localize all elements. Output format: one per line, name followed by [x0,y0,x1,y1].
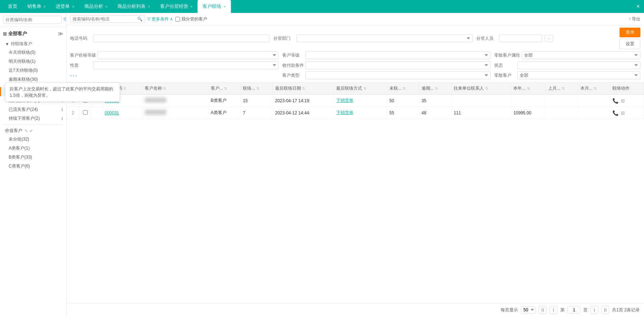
edit-icon[interactable]: ✎ [24,128,28,133]
nav-item-purchase[interactable]: 进货单 × [51,0,79,13]
nav-item-customer-tier[interactable]: 客户分层经营 × [155,0,198,13]
price-level-select[interactable] [97,51,279,59]
settings-button[interactable]: 设置 [620,39,640,49]
sort-last-date-icon[interactable]: ⇅ [302,86,305,90]
sidebar-fold-icon[interactable]: ≫ [58,31,63,37]
payment-select[interactable] [305,61,491,69]
total-records: 共1页 2条记录 [612,307,640,313]
phone-input[interactable] [93,34,270,42]
value-group-section[interactable]: 价值客户 ✎ ✔ [0,126,66,135]
filter-price-level: 客户价格等级 [70,51,279,59]
sidebar-item-class-a[interactable]: A类客户(1) [0,144,66,153]
next-page-button[interactable]: ⟩ [590,306,598,314]
row2-actions: 📞 ⊞ [610,107,644,119]
first-page-button[interactable]: ⟨⟨ [539,306,547,314]
sort-contact-icon[interactable]: ⇅ [256,86,259,90]
my-customers-checkbox[interactable] [175,17,180,22]
customer-level-select[interactable] [305,51,491,59]
sort-code-icon[interactable]: ⇅ [123,86,126,90]
sort-last-method-icon[interactable]: ⇅ [363,86,366,90]
nav-item-product-analysis[interactable]: 商品分析 × [79,0,112,13]
sidebar: 🔍 ⊞ 全部客户 ≫ ▼ 待联络客户 今天待联络(0) 明天待联络(1) 近7天… [0,13,66,316]
sidebar-search-input[interactable] [3,16,62,24]
close-sales-icon[interactable]: × [43,4,46,9]
close-purchase-icon[interactable]: × [72,4,74,9]
prev-page-button[interactable]: ⟨ [550,306,557,314]
nav-item-customer-contact[interactable]: 客户联络 × [198,0,231,13]
filter-more-indicator[interactable]: ··· [70,72,78,79]
th-contact[interactable]: 联络... ⇅ [241,82,273,95]
th-type[interactable]: 客户... ⇅ [208,82,241,95]
sort-this-year-icon[interactable]: ⇅ [527,86,530,90]
row2-last-method[interactable]: 下销货单 [334,107,387,119]
row2-call-icon[interactable]: 📞 [612,110,618,116]
th-contact-person[interactable]: 往来单位联系人 ⇅ [451,82,511,95]
th-this-month[interactable]: 本月... ⇅ [578,82,610,95]
row2-code[interactable]: 000031 [102,107,142,119]
person-ellipsis-icon[interactable]: ··· [545,35,553,42]
row2-name-blurred [145,110,166,115]
export-button[interactable]: ↑ 导出 [629,16,640,22]
row1-last-method[interactable]: 下销货单 [334,95,387,107]
sidebar-item-ungroup[interactable]: 未分组(32) [0,135,66,144]
sidebar-item-class-b[interactable]: B类客户(33) [0,153,66,162]
sort-overdue-icon[interactable]: ⇅ [435,86,438,90]
page-number-input[interactable] [567,306,580,313]
th-overdue[interactable]: 逾期... ⇅ [419,82,451,95]
th-last-date[interactable]: 最后联络日期 ⇅ [273,82,334,95]
sidebar-item-churned[interactable]: 已流失客户(24) ℹ [0,105,66,114]
row2-name[interactable] [142,107,208,119]
sort-last-month-icon[interactable]: ⇅ [562,86,565,90]
customer-type-select[interactable] [305,71,491,79]
more-filters-button[interactable]: ▽ 更多条件 ∧ [147,16,173,22]
sort-contact-person-icon[interactable]: ⇅ [485,86,488,90]
row2-last-date: 2023-04-12 14:44: [273,107,334,119]
row1-link-icon[interactable]: ⊞ [621,98,625,104]
row2-link-icon[interactable]: ⊞ [621,110,625,116]
last-page-button[interactable]: ⟩⟩ [601,306,609,314]
sidebar-search-icon[interactable]: 🔍 [63,17,66,22]
close-all-tabs-button[interactable]: × [636,3,640,10]
query-button[interactable]: 查询 [620,28,640,37]
th-last-method[interactable]: 最后联络方式 ⇅ [334,82,387,95]
pending-group-title[interactable]: ▼ 待联络客户 [0,39,66,48]
phone-label: 电话号码 [70,36,92,42]
row1-call-icon[interactable]: 📞 [612,98,618,104]
main-search-input[interactable] [73,16,137,22]
retail-customer-select[interactable]: 全部 [517,71,640,79]
retail-attr-select[interactable]: 全部 [522,51,640,59]
sort-this-month-icon[interactable]: ⇅ [594,86,597,90]
sort-type-icon[interactable]: ⇅ [224,86,227,90]
close-product-analysis-icon[interactable]: × [105,4,107,9]
info-icon-3: ℹ [61,107,63,112]
nature-select[interactable] [93,61,279,69]
row2-check[interactable] [79,107,91,119]
dept-select[interactable] [296,34,473,42]
close-product-list-icon[interactable]: × [148,4,150,9]
nav-item-home[interactable]: 首页 [3,0,22,13]
close-customer-contact-icon[interactable]: × [223,4,226,9]
row1-name[interactable] [142,95,208,107]
th-this-year[interactable]: 本年... ⇅ [511,82,546,95]
sidebar-item-class-c[interactable]: C类客户(6) [0,162,66,171]
th-name[interactable]: 客户名称 ⇅ [142,82,208,95]
th-last-month[interactable]: 上月... ⇅ [546,82,578,95]
sidebar-item-today[interactable]: 今天待联络(0) [0,48,66,57]
nav-item-sales[interactable]: 销售单 × [22,0,51,13]
person-input[interactable] [499,34,542,42]
sidebar-item-tomorrow[interactable]: 明天待联络(1) [0,57,66,66]
close-customer-tier-icon[interactable]: × [190,4,193,9]
row1-not-contact: 50 [387,95,420,107]
sort-name-icon[interactable]: ⇅ [163,86,166,90]
main-search-icon[interactable]: 🔍 [137,16,143,22]
status-select[interactable] [517,61,640,69]
page-size-select[interactable]: 50 [521,306,536,313]
row2-checkbox[interactable] [83,110,88,115]
nav-item-product-list[interactable]: 商品分析列表 × [112,0,155,13]
check-icon[interactable]: ✔ [29,128,33,133]
sort-not-contact-icon[interactable]: ⇅ [403,86,406,90]
sidebar-item-7days[interactable]: 近7天待联络(0) [0,66,66,75]
sidebar-item-declining[interactable]: 持续下滑客户(2) ℹ [0,114,66,123]
all-customers-title[interactable]: ⊞ 全部客户 ≫ [0,28,66,39]
th-not-contact[interactable]: 未联... ⇅ [387,82,420,95]
